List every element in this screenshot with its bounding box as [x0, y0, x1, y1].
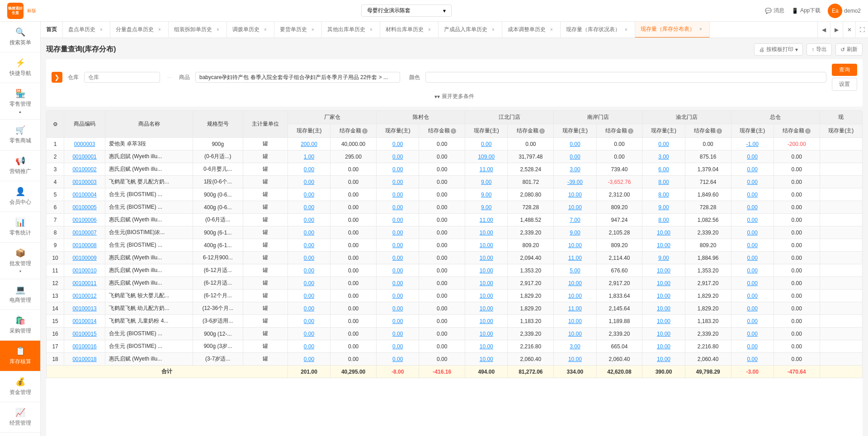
row-jiangbei-qty[interactable]: 10.00	[465, 226, 508, 239]
row-total-qty[interactable]: 0.00	[731, 302, 774, 315]
nanan-amt-info-icon[interactable]: i	[628, 128, 633, 134]
warehouse-ellipsis[interactable]: ···	[165, 74, 174, 80]
row-chen-qty[interactable]: 0.00	[377, 264, 419, 277]
row-jiangbei-qty[interactable]: 10.00	[465, 290, 508, 302]
row-jiangbei-qty[interactable]: 10.00	[465, 353, 508, 366]
row-total-qty[interactable]: 0.00	[731, 201, 774, 214]
row-chen-qty[interactable]: 0.00	[377, 315, 419, 328]
row-nanan-qty[interactable]: 5.00	[554, 264, 596, 277]
export-btn[interactable]: ↑ 导出	[807, 43, 832, 56]
tab-9-close[interactable]: ×	[548, 27, 555, 33]
tab-2-close[interactable]: ×	[156, 27, 163, 33]
sidebar-item-mall[interactable]: 🛒 零售商城	[0, 120, 40, 150]
goods-input[interactable]	[195, 72, 400, 83]
row-yubei-qty[interactable]: 9.00	[642, 252, 685, 264]
tab-5-close[interactable]: ×	[310, 27, 316, 33]
row-chen-qty[interactable]: 0.00	[377, 150, 419, 163]
row-chen-qty[interactable]: 0.00	[377, 290, 419, 302]
row-nanan-qty[interactable]: 11.00	[554, 302, 596, 315]
row-yubei-qty[interactable]: 10.00	[642, 277, 685, 290]
tab-next-btn[interactable]: ▶	[830, 22, 843, 38]
user-area[interactable]: Ea demo2	[828, 4, 861, 18]
tab-8-close[interactable]: ×	[490, 27, 496, 33]
row-yubei-qty[interactable]: 10.00	[642, 226, 685, 239]
row-code[interactable]: 00100013	[64, 302, 105, 315]
tab-1-close[interactable]: ×	[98, 27, 104, 33]
row-total-qty[interactable]: 0.00	[731, 277, 774, 290]
row-chen-qty[interactable]: 0.00	[377, 302, 419, 315]
tab-3[interactable]: 组装拆卸单历史 ×	[169, 22, 227, 38]
row-yubei-qty[interactable]: 10.00	[642, 290, 685, 302]
warehouse-input[interactable]	[84, 72, 160, 83]
row-yubei-qty[interactable]: 8.00	[642, 176, 685, 188]
tab-7[interactable]: 材料出库单历史 ×	[380, 22, 439, 38]
row-total-qty[interactable]: 0.00	[731, 340, 774, 353]
row-jiangbei-qty[interactable]: 9.00	[465, 176, 508, 188]
tab-prev-btn[interactable]: ◀	[817, 22, 830, 38]
row-yubei-qty[interactable]: 10.00	[642, 328, 685, 340]
row-chen-qty[interactable]: 0.00	[377, 328, 419, 340]
row-yubei-qty[interactable]: 10.00	[642, 264, 685, 277]
row-chen-qty[interactable]: 0.00	[377, 340, 419, 353]
app-download-btn[interactable]: 📱 App下载	[792, 7, 821, 14]
row-total-qty[interactable]: 0.00	[731, 239, 774, 252]
row-nanan-qty[interactable]: 10.00	[554, 239, 596, 252]
row-chen-qty[interactable]: 0.00	[377, 214, 419, 226]
row-jiangbei-qty[interactable]: 10.00	[465, 328, 508, 340]
row-yubei-qty[interactable]: 3.00	[642, 150, 685, 163]
row-jiangbei-qty[interactable]: 0.00	[465, 138, 508, 150]
row-total-qty[interactable]: 0.00	[731, 226, 774, 239]
sidebar-item-basic-info[interactable]: ℹ️ 基础信息	[0, 433, 40, 436]
row-code[interactable]: 00100009	[64, 252, 105, 264]
row-jiangbei-qty[interactable]: 10.00	[465, 340, 508, 353]
row-chen-qty[interactable]: 0.00	[377, 239, 419, 252]
row-factory-qty[interactable]: 0.00	[288, 252, 330, 264]
sidebar-item-nav[interactable]: ⚡ 快捷导航	[0, 52, 40, 83]
row-code[interactable]: 00100010	[64, 264, 105, 277]
row-jiangbei-qty[interactable]: 11.00	[465, 163, 508, 176]
sidebar-item-search[interactable]: 🔍 搜索英单	[0, 22, 40, 52]
row-code[interactable]: 00100005	[64, 201, 105, 214]
tab-close-all-btn[interactable]: ✕	[843, 22, 855, 38]
sidebar-item-member[interactable]: 👤 会员中心	[0, 181, 40, 212]
tab-10-close[interactable]: ×	[623, 27, 629, 33]
tab-6-close[interactable]: ×	[368, 27, 374, 33]
row-factory-qty[interactable]: 0.00	[288, 214, 330, 226]
row-total-qty[interactable]: 0.00	[731, 214, 774, 226]
row-yubei-qty[interactable]: 9.00	[642, 201, 685, 214]
row-nanan-qty[interactable]: 9.00	[554, 226, 596, 239]
row-total-qty[interactable]: 0.00	[731, 290, 774, 302]
row-total-qty[interactable]: 0.00	[731, 353, 774, 366]
table-container[interactable]: ⚙ 商品编码 商品名称 规格型号 主计量单位 厂家仓 陈村仓 江北门店 南岸门店…	[46, 110, 863, 436]
tab-home[interactable]: 首页	[41, 22, 63, 38]
row-code[interactable]: 00100015	[64, 328, 105, 340]
row-yubei-qty[interactable]: 8.00	[642, 214, 685, 226]
expand-row[interactable]: ▾▾ 展开更多条件	[52, 91, 857, 102]
row-nanan-qty[interactable]: 0.00	[554, 150, 596, 163]
row-jiangbei-qty[interactable]: 9.00	[465, 188, 508, 201]
row-jiangbei-qty[interactable]: 10.00	[465, 315, 508, 328]
sidebar-item-finance[interactable]: 💰 资金管理	[0, 371, 40, 402]
tab-3-close[interactable]: ×	[215, 27, 221, 33]
row-chen-qty[interactable]: 0.00	[377, 226, 419, 239]
row-jiangbei-qty[interactable]: 9.00	[465, 201, 508, 214]
row-factory-qty[interactable]: 0.00	[288, 315, 330, 328]
tab-11-close[interactable]: ×	[698, 26, 704, 33]
row-factory-qty[interactable]: 0.00	[288, 176, 330, 188]
row-nanan-qty[interactable]: 3.00	[554, 340, 596, 353]
row-code[interactable]: 00100002	[64, 163, 105, 176]
row-jiangbei-qty[interactable]: 11.00	[465, 214, 508, 226]
row-total-qty[interactable]: 0.00	[731, 188, 774, 201]
search-btn[interactable]: 查询	[832, 64, 857, 76]
row-code[interactable]: 00100008	[64, 239, 105, 252]
row-total-qty[interactable]: -1.00	[731, 138, 774, 150]
row-code[interactable]: 00100012	[64, 290, 105, 302]
row-chen-qty[interactable]: 0.00	[377, 201, 419, 214]
row-nanan-qty[interactable]: 10.00	[554, 290, 596, 302]
row-factory-qty[interactable]: 0.00	[288, 188, 330, 201]
sidebar-item-retail-stats[interactable]: 📊 零售统计	[0, 212, 40, 243]
tab-4-close[interactable]: ×	[262, 27, 269, 33]
total-amt-info-icon[interactable]: i	[805, 128, 811, 134]
row-total-qty[interactable]: 0.00	[731, 315, 774, 328]
sidebar-item-purchase[interactable]: 🛍️ 采购管理	[0, 310, 40, 341]
